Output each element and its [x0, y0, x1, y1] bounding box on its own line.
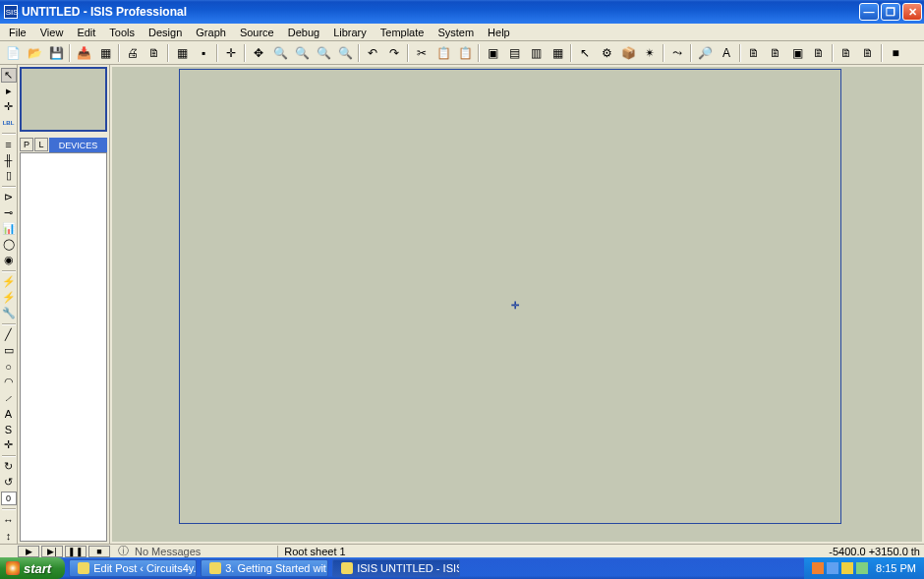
decompose-button[interactable]: ✴ — [640, 43, 660, 63]
taskbar-item-isis[interactable]: ISIS UNTITLED - ISIS Prof... — [332, 559, 460, 577]
device-pin-tool[interactable]: ⊸ — [1, 206, 17, 220]
angle-tool[interactable]: 0 — [1, 492, 17, 505]
netlist-ares-button[interactable]: ▣ — [787, 43, 807, 63]
junction-tool[interactable]: ✛ — [1, 100, 17, 114]
block-copy-button[interactable]: ▣ — [483, 43, 502, 63]
close-button[interactable]: ✕ — [902, 3, 922, 21]
menu-library[interactable]: Library — [326, 26, 374, 39]
schematic-canvas[interactable]: ✛ — [112, 67, 922, 542]
tray-icon[interactable] — [812, 562, 824, 574]
marker-tool[interactable]: ✛ — [1, 438, 17, 452]
start-button[interactable]: start — [0, 557, 65, 579]
tray-icon[interactable] — [841, 562, 853, 574]
selection-tool[interactable]: ↖ — [1, 68, 17, 83]
voltage-probe-tool[interactable]: ⚡ — [1, 275, 17, 289]
new-button[interactable]: 📄 — [3, 43, 23, 63]
cut-button[interactable]: ✂ — [412, 43, 432, 63]
erc-button[interactable]: 🗎 — [766, 43, 785, 63]
menu-view[interactable]: View — [33, 26, 71, 39]
menu-debug[interactable]: Debug — [281, 26, 326, 39]
zoom-all-button[interactable]: 🔍 — [314, 43, 333, 63]
2d-circle-tool[interactable]: ○ — [1, 360, 17, 374]
open-button[interactable]: 📂 — [25, 43, 44, 63]
play-button[interactable]: ▶ — [18, 546, 39, 557]
menu-edit[interactable]: Edit — [70, 26, 102, 39]
pause-button[interactable]: ❚❚ — [65, 546, 87, 557]
import-button[interactable]: 📥 — [74, 43, 93, 63]
virtual-inst-tool[interactable]: 🔧 — [1, 307, 17, 320]
undo-button[interactable]: ↶ — [363, 43, 382, 63]
packaging-button[interactable]: 📦 — [618, 43, 638, 63]
pick-device-button[interactable]: P — [20, 138, 33, 151]
menu-template[interactable]: Template — [374, 26, 432, 39]
system-tray[interactable]: 8:15 PM — [804, 557, 924, 579]
component-tool[interactable]: ▸ — [1, 85, 17, 98]
print-button[interactable]: 🖨 — [123, 43, 143, 63]
text-script-tool[interactable]: ≡ — [1, 138, 17, 151]
bom-button[interactable]: 🗎 — [809, 43, 829, 63]
wire-autoroute-button[interactable]: ⤳ — [667, 43, 687, 63]
2d-box-tool[interactable]: ▭ — [1, 344, 17, 358]
wire-label-tool[interactable]: LBL — [1, 116, 17, 130]
menu-file[interactable]: File — [2, 26, 33, 39]
save-button[interactable]: 💾 — [46, 43, 66, 63]
preview-window[interactable] — [20, 67, 107, 132]
tray-icon[interactable] — [827, 562, 838, 574]
terminal-tool[interactable]: ⊳ — [1, 191, 17, 204]
bus-tool[interactable]: ╫ — [1, 153, 17, 167]
pan-button[interactable]: ✥ — [249, 43, 268, 63]
stop-button[interactable]: ■ — [88, 546, 110, 557]
grid-fine-button[interactable]: ▪ — [194, 43, 213, 63]
paste-button[interactable]: 📋 — [455, 43, 475, 63]
pick-button[interactable]: ↖ — [575, 43, 595, 63]
zoom-in-button[interactable]: 🔍 — [270, 43, 290, 63]
property-button[interactable]: A — [717, 43, 736, 63]
origin-button[interactable]: ✛ — [221, 43, 241, 63]
current-probe-tool[interactable]: ⚡ — [1, 291, 17, 305]
new-netlist-button[interactable]: 🗎 — [744, 43, 764, 63]
print-area-button[interactable]: 🗎 — [144, 43, 164, 63]
device-list[interactable] — [20, 152, 107, 542]
mirror-y-tool[interactable]: ↕ — [1, 529, 17, 543]
generator-tool[interactable]: ◉ — [1, 254, 17, 267]
redo-button[interactable]: ↷ — [384, 43, 404, 63]
block-rotate-button[interactable]: ▥ — [526, 43, 546, 63]
sheet-label: Root sheet 1 — [277, 546, 345, 557]
maximize-button[interactable]: ❐ — [881, 3, 900, 21]
help-red-button[interactable]: ■ — [886, 43, 905, 63]
minimize-button[interactable]: — — [859, 3, 879, 21]
2d-arc-tool[interactable]: ◠ — [1, 376, 17, 389]
2d-path-tool[interactable]: ⟋ — [1, 391, 17, 405]
zoom-out-button[interactable]: 🔍 — [292, 43, 312, 63]
copy-button[interactable]: 📋 — [433, 43, 453, 63]
2d-text-tool[interactable]: A — [1, 407, 17, 421]
menu-design[interactable]: Design — [142, 26, 189, 39]
library-button[interactable]: L — [34, 138, 48, 151]
search-button[interactable]: 🔎 — [695, 43, 715, 63]
rot-ccw-tool[interactable]: ↺ — [1, 476, 17, 490]
rot-cw-tool[interactable]: ↻ — [1, 460, 17, 474]
tape-tool[interactable]: ◯ — [1, 238, 17, 252]
subcircuit-tool[interactable]: ▯ — [1, 169, 17, 183]
step-button[interactable]: ▶| — [41, 546, 63, 557]
menu-graph[interactable]: Graph — [189, 26, 233, 39]
block-move-button[interactable]: ▤ — [504, 43, 524, 63]
area-sel-button[interactable]: ▦ — [95, 43, 115, 63]
menu-tools[interactable]: Tools — [102, 26, 142, 39]
mirror-x-tool[interactable]: ↔ — [1, 513, 17, 527]
grid-toggle-button[interactable]: ▦ — [172, 43, 192, 63]
make-device-button[interactable]: ⚙ — [597, 43, 616, 63]
taskbar-item-folder[interactable]: 3. Getting Started wit... — [201, 559, 328, 577]
new-sheet-button[interactable]: 🗎 — [837, 43, 856, 63]
tray-icon[interactable] — [856, 562, 868, 574]
symbol-tool[interactable]: S — [1, 423, 17, 436]
block-delete-button[interactable]: ▦ — [548, 43, 567, 63]
remove-sheet-button[interactable]: 🗎 — [858, 43, 878, 63]
2d-line-tool[interactable]: ╱ — [1, 328, 17, 342]
menu-help[interactable]: Help — [481, 26, 517, 39]
graph-tool[interactable]: 📊 — [1, 222, 17, 236]
taskbar-item-chrome[interactable]: Edit Post ‹ Circuits4y... — [69, 559, 197, 577]
menu-system[interactable]: System — [431, 26, 481, 39]
menu-source[interactable]: Source — [233, 26, 281, 39]
zoom-area-button[interactable]: 🔍 — [335, 43, 355, 63]
